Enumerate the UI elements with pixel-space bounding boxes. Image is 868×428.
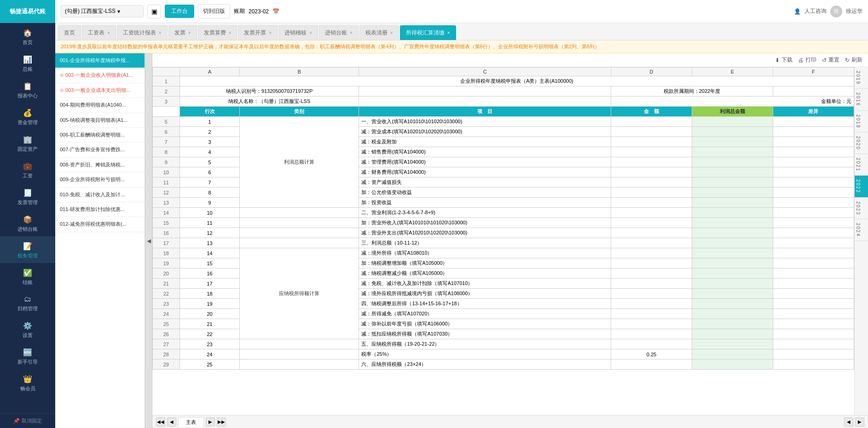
sidebar-item-ledger[interactable]: 📊 总账 [0, 50, 55, 76]
left-panel-item-002[interactable]: ⊙ 002-一般企业收入明细表(A1... [55, 68, 145, 83]
sidebar-item-tax[interactable]: 📝 税务管理 [0, 236, 55, 263]
tab-income-tax[interactable]: 所得税汇算清缴 × [400, 25, 456, 40]
left-panel-item-007[interactable]: 007-广告费和业务宣传费跌... [55, 143, 145, 157]
tab-invoice-open-close[interactable]: × [269, 30, 272, 35]
row-20-F[interactable] [773, 268, 854, 279]
row-21-D[interactable] [611, 279, 692, 289]
row-22-D[interactable] [611, 289, 692, 299]
sidebar-item-guide[interactable]: 🆕 新手引导 [0, 342, 55, 369]
left-panel-item-005[interactable]: 005-纳税调整项目明细表(A1... [55, 113, 145, 128]
row-5-F[interactable] [773, 117, 854, 127]
row-21-F[interactable] [773, 279, 854, 289]
tab-purchase-ledger[interactable]: 进销台账 × [319, 25, 359, 40]
row-15-E[interactable] [692, 218, 773, 228]
tab-invoice-open[interactable]: 发票开票 × [238, 25, 278, 40]
refresh-button[interactable]: ↻ 刷新 [845, 56, 862, 64]
prev-sheet-one-button[interactable]: ◀ [167, 417, 176, 427]
row-13-E[interactable] [692, 198, 773, 208]
tab-invoice-calc[interactable]: 发票算费 × [198, 25, 237, 40]
sidebar-item-wage[interactable]: 💼 工资 [0, 156, 55, 183]
row-5-D[interactable] [611, 117, 692, 127]
year-nav-2024[interactable]: 2024 [855, 219, 868, 241]
row-24-F[interactable] [773, 309, 854, 319]
row-29-D[interactable] [611, 360, 692, 370]
reset-button[interactable]: ↺ 重置 [822, 56, 839, 64]
row-18-F[interactable] [773, 248, 854, 258]
left-panel-item-009[interactable]: 009-企业所得税附补亏损明... [55, 172, 145, 187]
row-10-D[interactable] [611, 167, 692, 177]
next-sheet-one-button[interactable]: ▶ [206, 417, 215, 427]
sidebar-item-fund[interactable]: 💰 资金管理 [0, 103, 55, 130]
year-nav-2020[interactable]: 2020 [855, 132, 868, 154]
tab-purchase-ledger-close[interactable]: × [350, 30, 353, 35]
collapse-panel-button[interactable]: ◀ [145, 53, 152, 428]
row-28-D[interactable]: 0.25 [611, 349, 692, 360]
row-19-F[interactable] [773, 258, 854, 268]
row-22-E[interactable] [692, 289, 773, 299]
left-panel-item-003[interactable]: ⊙ 003-一般企业成本支出明细... [55, 83, 145, 98]
sidebar-item-purchase[interactable]: 📦 进销台账 [0, 210, 55, 236]
tab-tax-clear-close[interactable]: × [390, 30, 393, 35]
sidebar-item-invoice[interactable]: 🧾 发票管理 [0, 183, 55, 210]
tab-invoice-close[interactable]: × [188, 30, 191, 35]
row-7-D[interactable] [611, 137, 692, 147]
sidebar-item-asset[interactable]: 🏢 固定资产 [0, 130, 55, 156]
row-11-F[interactable] [773, 177, 854, 188]
sidebar-unpin-button[interactable]: 📌 取消固定 [0, 413, 55, 428]
row-6-E[interactable] [692, 127, 773, 137]
tab-home[interactable]: 首页 [58, 25, 81, 40]
row-12-F[interactable] [773, 188, 854, 198]
row-9-F[interactable] [773, 157, 854, 167]
row-6-D[interactable] [611, 127, 692, 137]
left-panel-item-011[interactable]: 011-研发费用加计扣除优惠... [55, 202, 145, 217]
print-button[interactable]: 🖨 打印 [798, 56, 816, 64]
download-button[interactable]: ⬇ 下载 [775, 56, 793, 64]
row-15-F[interactable] [773, 218, 854, 228]
row-29-F[interactable] [773, 360, 854, 370]
row-16-E[interactable] [692, 228, 773, 238]
year-nav-2023[interactable]: 2023 [855, 198, 868, 219]
row-15-D[interactable] [611, 218, 692, 228]
tab-tax-clear[interactable]: 税表清册 × [359, 25, 399, 40]
year-nav-2016[interactable]: 2016 [855, 89, 868, 110]
row-11-E[interactable] [692, 177, 773, 188]
copy-icon-btn[interactable]: ▣ [147, 5, 161, 18]
left-panel-item-004[interactable]: 004-期间费用明细表(A1040... [55, 98, 145, 113]
row-11-D[interactable] [611, 177, 692, 188]
workspace-button[interactable]: 工作台 [165, 5, 194, 18]
sidebar-item-archive[interactable]: 🗂 归档管理 [0, 290, 55, 316]
row-17-F[interactable] [773, 238, 854, 248]
tab-wage-close[interactable]: × [107, 30, 110, 35]
left-panel-item-010[interactable]: 010-免税、减计收入及加计... [55, 188, 145, 202]
sidebar-item-report[interactable]: 📋 报表中心 [0, 76, 55, 103]
row-23-F[interactable] [773, 299, 854, 309]
sidebar-item-member[interactable]: 👑 畅会员 [0, 369, 55, 396]
row-17-E[interactable] [692, 238, 773, 248]
row-23-E[interactable] [692, 299, 773, 309]
scroll-left-button[interactable]: ◀ [844, 417, 853, 427]
row-21-E[interactable] [692, 279, 773, 289]
row-24-E[interactable] [692, 309, 773, 319]
row-14-E[interactable] [692, 208, 773, 218]
row-9-D[interactable] [611, 157, 692, 167]
row-24-D[interactable] [611, 309, 692, 319]
row-26-F[interactable] [773, 329, 854, 339]
row-13-F[interactable] [773, 198, 854, 208]
row-8-D[interactable] [611, 147, 692, 157]
row-10-E[interactable] [692, 167, 773, 177]
calendar-icon[interactable]: 📅 [272, 8, 279, 15]
tab-purchase-check[interactable]: 进销稽核 × [278, 25, 318, 40]
row-8-F[interactable] [773, 147, 854, 157]
company-selector[interactable]: (勾册) 江西服宝-LSS ▾ [61, 5, 144, 17]
row-13-D[interactable] [611, 198, 692, 208]
year-nav-2021[interactable]: 2021 [855, 154, 868, 176]
row-12-D[interactable] [611, 188, 692, 198]
tab-income-tax-close[interactable]: × [447, 30, 450, 35]
year-nav-2022[interactable]: 2022 [855, 176, 868, 197]
row-8-E[interactable] [692, 147, 773, 157]
sidebar-item-home[interactable]: 🏠 首页 [0, 23, 55, 50]
left-panel-item-012[interactable]: 012-减免所得税优惠明细表(... [55, 217, 145, 232]
row-27-F[interactable] [773, 339, 854, 349]
switch-version-button[interactable]: 切到旧版 [198, 4, 230, 18]
sidebar-item-checkout[interactable]: ✅ 结账 [0, 263, 55, 290]
